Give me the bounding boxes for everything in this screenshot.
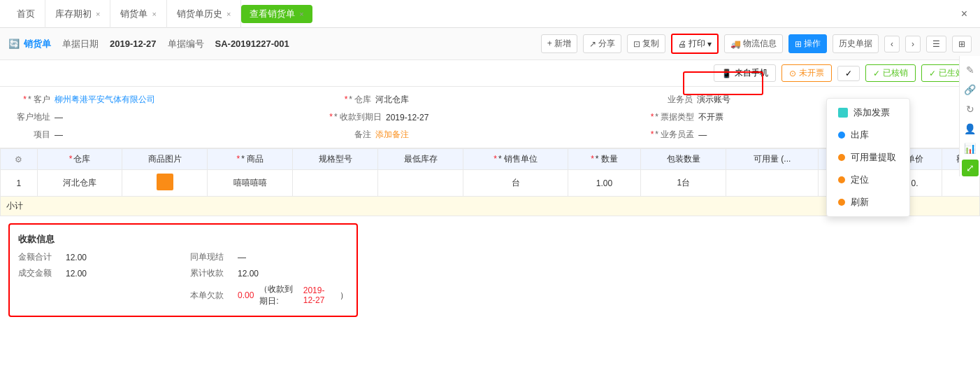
amount-total-label: 金额合计 — [18, 251, 60, 263]
same-order-value: — — [238, 253, 246, 262]
same-order-label: 同单现结 — [190, 251, 232, 263]
check-icon: ✓ — [845, 69, 852, 78]
warehouse-field: * 仓库 河北仓库 — [329, 94, 650, 106]
customer-value: 柳州粤港平安气体有限公司 — [55, 94, 155, 106]
col-qty: * 数量 — [568, 149, 640, 170]
col-available: 可用量 (... — [726, 149, 819, 170]
payment-date-value: 2019-12-27 — [386, 113, 428, 122]
transaction-value: 12.00 — [66, 269, 87, 279]
cumulative-label: 累计收款 — [190, 267, 232, 279]
sidebar-expand-icon[interactable]: ⤢ — [962, 160, 979, 176]
row-pack-qty: 1台 — [641, 170, 726, 197]
invoice-status-button[interactable]: ⊙ 未开票 — [781, 64, 832, 82]
tab-view-close[interactable]: × — [299, 10, 303, 18]
staff2-label: * 业务员孟 — [651, 129, 695, 141]
locate-item[interactable]: 定位 — [827, 169, 909, 191]
copy-button[interactable]: ⊡ 复制 — [627, 34, 665, 53]
tab-inventory-close[interactable]: × — [96, 10, 100, 18]
tab-sales[interactable]: 销货单 × — [110, 0, 166, 28]
copy-icon: ⊡ — [633, 39, 640, 49]
status-bar: 📱 来自手机 ⊙ 未开票 ✓ ✓ 已核销 ✓ 已生效 — [0, 60, 980, 87]
checked-status-button[interactable]: ✓ 已核销 — [865, 64, 916, 82]
nav-next-button[interactable]: › — [905, 36, 921, 52]
address-label: 客户地址 — [8, 111, 50, 123]
staff2-value: — — [698, 130, 707, 140]
payment-section: 收款信息 金额合计 12.00 成交金额 12.00 同单现结 — — [8, 223, 358, 317]
add-note-button[interactable]: 添加备注 — [375, 129, 409, 141]
row-warehouse: 河北仓库 — [37, 170, 122, 197]
doc-header: 🔄 销货单 单据日期 2019-12-27 单据编号 SA-20191227-0… — [0, 28, 980, 60]
payment-date-label: * 收款到期日 — [329, 111, 382, 123]
effective-icon: ✓ — [929, 69, 936, 78]
new-button[interactable]: + 新增 — [541, 34, 577, 53]
warehouse-value: 河北仓库 — [375, 94, 409, 106]
row-unit: 台 — [463, 170, 568, 197]
refresh-item[interactable]: 刷新 — [827, 191, 909, 213]
payment-grid: 金额合计 12.00 成交金额 12.00 同单现结 — 累计收款 — [18, 251, 348, 307]
customer-label: * 客户 — [8, 94, 50, 106]
row-qty: 1.00 — [568, 170, 640, 197]
sidebar-user-icon[interactable]: 👤 — [962, 120, 979, 137]
nav-prev-button[interactable]: ‹ — [884, 36, 900, 52]
address-field: 客户地址 — — [8, 111, 329, 123]
sidebar-data-icon[interactable]: 📊 — [962, 140, 979, 157]
out-stock-item[interactable]: 出库 — [827, 124, 909, 146]
tab-sales-close[interactable]: × — [152, 10, 156, 18]
warehouse-label: * 仓库 — [329, 94, 371, 106]
view-list-button[interactable]: ☰ — [926, 36, 946, 52]
tab-history-close[interactable]: × — [226, 10, 231, 18]
project-label: 项目 — [8, 129, 50, 141]
staff-value: 演示账号 — [697, 94, 730, 106]
col-settings: ⚙ — [1, 149, 38, 170]
row-image — [122, 170, 208, 197]
add-invoice-item[interactable]: 添加发票 — [827, 101, 909, 124]
cumulative-row: 累计收款 12.00 — [190, 267, 348, 279]
note-field: 备注 添加备注 — [329, 129, 650, 141]
window-close-button[interactable]: × — [956, 8, 973, 20]
row-available — [726, 170, 819, 197]
ticket-value: 不开票 — [698, 111, 723, 123]
tab-home[interactable]: 首页 — [7, 0, 45, 28]
tab-view[interactable]: 查看销货单 × — [241, 5, 312, 23]
history-button[interactable]: 历史单据 — [833, 34, 879, 53]
row-min-stock — [378, 170, 463, 197]
sidebar-link-icon[interactable]: 🔗 — [962, 81, 979, 98]
sidebar-edit-icon[interactable]: ✎ — [962, 62, 979, 78]
col-image: 商品图片 — [122, 149, 208, 170]
print-button[interactable]: 🖨 打印 ▾ — [671, 34, 719, 54]
main-content: 🔄 销货单 单据日期 2019-12-27 单据编号 SA-20191227-0… — [0, 28, 980, 373]
view-grid-button[interactable]: ⊞ — [952, 36, 972, 52]
amount-total-value: 12.00 — [66, 253, 87, 262]
operate-button[interactable]: ⊞ 操作 — [788, 34, 827, 53]
due-note: （收款到期日: — [259, 283, 297, 307]
sidebar-refresh-icon[interactable]: ↻ — [962, 101, 979, 118]
col-unit: * 销售单位 — [463, 149, 568, 170]
note-label: 备注 — [329, 129, 371, 141]
payment-title: 收款信息 — [18, 233, 348, 246]
tab-bar: 首页 库存期初 × 销货单 × 销货单历史 × 查看销货单 × × — [0, 0, 980, 28]
tab-history[interactable]: 销货单历史 × — [167, 0, 241, 28]
print-icon: 🖨 — [678, 39, 686, 49]
address-value: — — [55, 113, 63, 122]
payment-right: 同单现结 — 累计收款 12.00 本单欠款 0.00 （收款到期日: 2019… — [190, 251, 348, 307]
same-order-row: 同单现结 — — [190, 251, 348, 263]
col-product: * 商品 — [208, 149, 293, 170]
col-pack-qty: 包装数量 — [641, 149, 726, 170]
phone-source-button[interactable]: 📱 来自手机 — [714, 64, 776, 82]
share-button[interactable]: ↗ 分享 — [583, 34, 621, 53]
product-thumbnail — [157, 174, 173, 190]
operate-dropdown-menu: 添加发票 出库 可用量提取 定位 刷新 — [826, 98, 910, 217]
tab-inventory[interactable]: 库存期初 × — [45, 0, 110, 28]
customer-field: * 客户 柳州粤港平安气体有限公司 — [8, 94, 329, 106]
toolbar: + 新增 ↗ 分享 ⊡ 复制 🖨 打印 ▾ 🚚 物流信息 — [541, 34, 972, 54]
staff-field: 业务员 演示账号 — [651, 94, 972, 106]
staff2-field: * 业务员孟 — — [651, 129, 972, 141]
check-button[interactable]: ✓ — [837, 66, 860, 81]
logistics-button[interactable]: 🚚 物流信息 — [724, 34, 783, 53]
phone-icon: 📱 — [721, 69, 732, 78]
due-value: 0.00 — [238, 290, 254, 300]
row-product: 嘻嘻嘻嘻 — [208, 170, 293, 197]
col-warehouse: 仓库 — [37, 149, 122, 170]
due-date-value: 2019-12-27 — [303, 286, 334, 305]
available-qty-item[interactable]: 可用量提取 — [827, 146, 909, 169]
